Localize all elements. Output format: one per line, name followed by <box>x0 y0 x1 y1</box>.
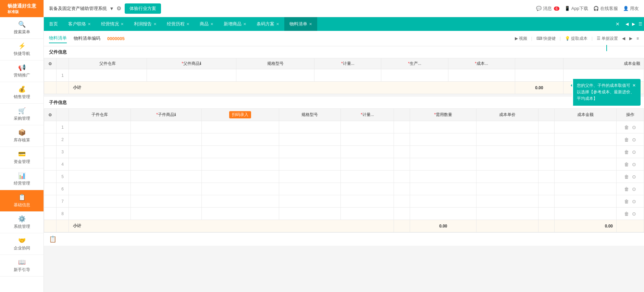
delete-icon[interactable]: 🗑 <box>624 162 629 167</box>
child-row8-qty[interactable] <box>410 208 476 220</box>
parent-row-cost[interactable] <box>448 69 515 82</box>
child-row2-qty[interactable] <box>410 133 476 146</box>
child-row1-qty[interactable] <box>410 121 476 133</box>
child-row5-unit-cost[interactable] <box>476 171 538 183</box>
child-row7-qty[interactable] <box>410 195 476 208</box>
delete-icon[interactable]: 🗑 <box>624 149 629 155</box>
tab-history[interactable]: 经营历程 ✕ <box>162 17 195 31</box>
copy-icon[interactable]: ⊙ <box>632 199 636 204</box>
tab-history-close[interactable]: ✕ <box>186 22 189 26</box>
child-row3-product[interactable] <box>131 146 202 158</box>
child-row4-product[interactable] <box>131 158 202 171</box>
extract-cost-button[interactable]: 💡 提取成本 <box>565 36 587 42</box>
child-row5-qty[interactable] <box>410 171 476 183</box>
child-row5-unit[interactable] <box>341 171 394 183</box>
child-row7-spec[interactable] <box>279 195 341 208</box>
sidebar-item-sales[interactable]: 💰 销售管理 <box>0 82 44 104</box>
tab-home[interactable]: 首页 <box>44 17 63 31</box>
delete-icon[interactable]: 🗑 <box>624 199 629 204</box>
tab-customer-close[interactable]: ✕ <box>88 22 91 26</box>
child-row6-warehouse[interactable] <box>69 183 131 195</box>
child-row1-unit[interactable] <box>341 121 394 133</box>
sidebar-item-search[interactable]: 🔍 搜索菜单 <box>0 17 44 39</box>
sidebar-item-marketing[interactable]: 📢 营销推广 <box>0 60 44 82</box>
tab-bom[interactable]: 物料清单 ✕ <box>284 17 317 31</box>
child-row7-unit-cost[interactable] <box>476 195 538 208</box>
child-row6-unit-cost[interactable] <box>476 183 538 195</box>
tab-new-goods[interactable]: 新增商品 ✕ <box>219 17 251 31</box>
user-profile-button[interactable]: 👤 用友 <box>623 5 639 12</box>
child-row3-spec[interactable] <box>279 146 341 158</box>
copy-icon[interactable]: ⊙ <box>632 186 636 192</box>
delete-icon[interactable]: 🗑 <box>624 137 629 142</box>
sidebar-item-quick-nav[interactable]: ⚡ 快捷导航 <box>0 39 44 60</box>
nav-arrow-right[interactable]: ▶ <box>630 22 637 26</box>
child-row4-spec[interactable] <box>279 158 341 171</box>
message-button[interactable]: 💬 消息 6 <box>536 5 559 12</box>
sidebar-item-enterprise[interactable]: 🤝 企业协同 <box>0 233 44 255</box>
child-row6-unit[interactable] <box>341 183 394 195</box>
tab-profit-close[interactable]: ✕ <box>153 22 157 26</box>
child-row6-product[interactable] <box>131 183 202 195</box>
nav-next-button[interactable]: ▶ <box>629 36 632 41</box>
tab-bom-close[interactable]: ✕ <box>309 22 312 26</box>
child-row5-spec[interactable] <box>279 171 341 183</box>
sidebar-item-operations[interactable]: 📊 经营管理 <box>0 168 44 190</box>
child-row7-product[interactable] <box>131 195 202 208</box>
trial-button[interactable]: 体验行业方案 <box>125 3 161 14</box>
delete-icon[interactable]: 🗑 <box>624 211 629 217</box>
tab-new-goods-close[interactable]: ✕ <box>243 22 246 26</box>
scan-button[interactable]: 扫码录入 <box>229 111 251 118</box>
parent-row-product[interactable] <box>147 69 236 82</box>
parent-row-production[interactable] <box>381 69 448 82</box>
tab-operations-close[interactable]: ✕ <box>121 22 124 26</box>
child-row1-product[interactable] <box>131 121 202 133</box>
child-row2-unit-cost[interactable] <box>476 133 538 146</box>
sidebar-item-system[interactable]: ⚙️ 系统管理 <box>0 212 44 233</box>
delete-icon[interactable]: 🗑 <box>624 186 629 192</box>
child-row1-spec[interactable] <box>279 121 341 133</box>
copy-icon[interactable]: ⊙ <box>632 211 636 217</box>
child-row8-unit-cost[interactable] <box>476 208 538 220</box>
sidebar-item-purchase[interactable]: 🛒 采购管理 <box>0 104 44 125</box>
child-row2-spec[interactable] <box>279 133 341 146</box>
child-row4-warehouse[interactable] <box>69 158 131 171</box>
video-button[interactable]: ▶ 视频 <box>515 36 527 42</box>
app-download-button[interactable]: 📱 App下载 <box>565 5 588 12</box>
child-row4-unit[interactable] <box>341 158 394 171</box>
sidebar-item-guide[interactable]: 📖 新手引导 <box>0 255 44 277</box>
tab-operations[interactable]: 经营情况 ✕ <box>96 17 129 31</box>
view-toggle-button[interactable]: ≡ <box>636 36 639 41</box>
child-row3-unit[interactable] <box>341 146 394 158</box>
child-row4-unit-cost[interactable] <box>476 158 538 171</box>
parent-row-spec[interactable] <box>236 69 314 82</box>
child-row2-warehouse[interactable] <box>69 133 131 146</box>
copy-icon[interactable]: ⊙ <box>632 162 636 167</box>
child-row3-qty[interactable] <box>410 146 476 158</box>
tooltip-close-button[interactable]: ✕ <box>632 82 636 89</box>
nav-menu-icon[interactable]: ☰ <box>637 22 644 26</box>
settings-gear-icon[interactable]: ⚙ <box>116 5 121 12</box>
sub-tab-code[interactable]: 物料清单编码 <box>74 34 100 43</box>
child-row6-qty[interactable] <box>410 183 476 195</box>
child-row1-unit-cost[interactable] <box>476 121 538 133</box>
sidebar-item-finance[interactable]: 💳 资金管理 <box>0 147 44 168</box>
child-row8-warehouse[interactable] <box>69 208 131 220</box>
copy-icon[interactable]: ⊙ <box>632 174 636 179</box>
tab-barcode-close[interactable]: ✕ <box>276 22 279 26</box>
child-row7-unit[interactable] <box>341 195 394 208</box>
parent-row-unit[interactable] <box>314 69 381 82</box>
settings-dropdown-icon[interactable]: ▾ <box>110 5 113 12</box>
child-row2-unit[interactable] <box>341 133 394 146</box>
child-row3-unit-cost[interactable] <box>476 146 538 158</box>
doc-settings-button[interactable]: ☰ 单据设置 <box>597 36 618 42</box>
copy-icon[interactable]: ⊙ <box>632 125 636 130</box>
delete-icon[interactable]: 🗑 <box>624 125 629 130</box>
sub-tab-bom[interactable]: 物料清单 <box>49 34 67 43</box>
child-row8-spec[interactable] <box>279 208 341 220</box>
tab-barcode[interactable]: 条码方案 ✕ <box>251 17 284 31</box>
shortcut-button[interactable]: ⌨ 快捷键 <box>536 36 556 42</box>
child-row7-warehouse[interactable] <box>69 195 131 208</box>
sidebar-item-basic-info[interactable]: 📋 基础信息 <box>0 190 44 212</box>
child-row2-product[interactable] <box>131 133 202 146</box>
